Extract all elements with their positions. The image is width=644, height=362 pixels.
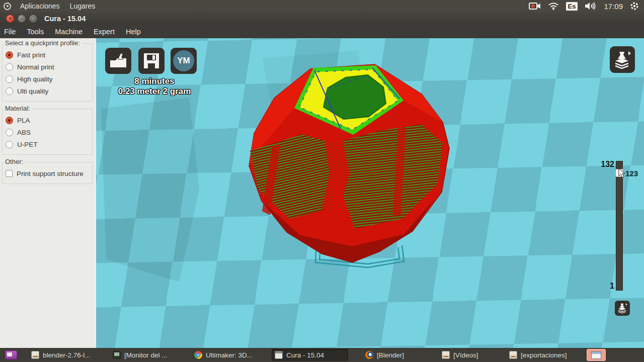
material-group: Material: PLA ABS U-PET [2,109,93,155]
radio-label: ABS [17,129,31,136]
taskbar-item-label: blender-2.76-l... [43,351,91,359]
desktop-top-panel: Aplicaciones Lugares Es 17:09 [0,0,644,12]
window-titlebar[interactable]: ✕ – ▢ Cura - 15.04 [0,12,644,25]
radio-upet[interactable]: U-PET [5,138,91,150]
session-gear-icon[interactable] [630,2,639,11]
taskbar-item-ultimaker-browser[interactable]: Ultimaker: 3D... [191,349,266,361]
panel-menu-lugares[interactable]: Lugares [65,0,101,12]
menu-machine[interactable]: Machine [49,25,88,38]
layer-slider-current-value: 123 [625,169,638,177]
workspace-switcher-icon[interactable] [5,350,17,359]
radio-high-quality[interactable]: High quality [5,73,91,85]
checkbox-print-support[interactable]: Print support structure [5,167,91,179]
radio-selected-icon [6,51,13,59]
layer-view-icon [613,50,632,70]
panel-menu-aplicaciones[interactable]: Aplicaciones [15,0,65,12]
radio-label: High quality [17,75,53,83]
window-minimize-button[interactable]: – [18,15,26,23]
blender-icon [365,351,373,359]
radio-label: PLA [17,117,30,124]
other-group: Other: Print support structure [2,162,93,184]
system-tray: Es 17:09 [529,2,644,11]
layers-toggle-button[interactable] [615,301,630,316]
taskbar-item-attention[interactable] [587,349,606,361]
volume-icon[interactable] [585,2,597,10]
radio-icon [6,87,13,95]
view-mode-button[interactable] [610,46,635,73]
window-close-button[interactable]: ✕ [6,15,14,23]
menu-file[interactable]: File [0,25,21,38]
radio-normal-print[interactable]: Normal print [5,61,91,73]
radio-fast-print[interactable]: Fast print [5,49,91,61]
radio-label: Fast print [17,51,45,59]
taskbar-item-cura[interactable]: Cura - 15.04 [272,349,348,361]
menu-expert[interactable]: Expert [88,25,120,38]
layer-slider-track[interactable] [616,161,623,291]
taskbar-item-exportaciones[interactable]: [exportaciones] [506,349,581,361]
radio-pla[interactable]: PLA [5,114,91,126]
checkbox-icon [6,170,13,177]
menu-tools[interactable]: Tools [21,25,49,38]
window-maximize-button[interactable]: ▢ [29,15,37,23]
screen-record-icon[interactable] [529,2,541,10]
radio-icon [6,129,13,136]
taskbar-item-blender[interactable]: [Blender] [362,349,424,361]
radio-label: U-PET [17,141,38,148]
layer-view-small-icon [617,302,628,314]
print-stats: 8 minutes 0.23 meter 2 gram [99,76,210,97]
taskbar-item-videos[interactable]: [Vídeos] [439,349,491,361]
taskbar-item-label: [Vídeos] [453,351,478,359]
load-model-icon [109,52,127,69]
taskbar-item-blender-file[interactable]: blender-2.76-l... [28,349,104,361]
chrome-icon [194,351,202,359]
radio-icon [6,141,13,148]
radio-icon [6,63,13,71]
taskbar-item-label: Cura - 15.04 [286,351,324,359]
print-material-usage: 0.23 meter 2 gram [99,86,210,97]
cura-window-icon [275,351,283,359]
window-title: Cura - 15.04 [44,15,86,23]
taskbar-item-label: Ultimaker: 3D... [206,351,253,359]
radio-ulti-quality[interactable]: Ulti quality [5,85,91,97]
keyboard-layout-indicator[interactable]: Es [566,2,578,11]
layer-slider-max-label: 132 [597,160,614,169]
other-group-label: Other: [4,158,25,165]
window-icon [591,351,601,359]
checkbox-label: Print support structure [17,170,84,177]
load-model-button[interactable] [105,48,131,74]
3d-viewport[interactable]: YM 8 minutes 0.23 meter 2 gram 132 123 1 [96,38,644,348]
plate-shadow [101,98,199,282]
window-list-taskbar: blender-2.76-l... [Monitor del ... Ultim… [0,348,644,362]
save-toolpath-button[interactable] [138,48,165,74]
distro-logo-icon [4,3,11,10]
taskbar-item-system-monitor[interactable]: [Monitor del ... [110,349,185,361]
save-floppy-icon [143,52,160,69]
package-icon [31,351,39,359]
taskbar-item-label: [exportaciones] [521,351,567,359]
settings-sidebar: Select a quickprint profile: Fast print … [0,38,96,348]
mouse-cursor [618,168,626,178]
layer-slider-min-label: 1 [600,282,614,291]
quickprint-group: Select a quickprint profile: Fast print … [2,43,93,102]
radio-label: Normal print [17,63,54,71]
wifi-icon[interactable] [548,2,559,10]
radio-selected-icon [6,117,13,124]
material-group-label: Material: [4,105,32,112]
system-monitor-icon [113,351,121,359]
radio-label: Ulti quality [17,87,48,95]
share-youmagine-button[interactable]: YM [171,48,197,74]
radio-abs[interactable]: ABS [5,126,91,138]
radio-icon [6,75,13,83]
menu-help[interactable]: Help [120,25,146,38]
file-manager-icon [509,351,517,359]
print-time: 8 minutes [99,76,210,86]
file-manager-icon [442,351,450,359]
youmagine-logo: YM [173,50,194,71]
taskbar-item-label: [Monitor del ... [124,351,168,359]
taskbar-item-label: [Blender] [377,351,404,359]
app-menubar: File Tools Machine Expert Help [0,25,644,38]
clock[interactable]: 17:09 [604,2,623,11]
quickprint-group-label: Select a quickprint profile: [4,39,82,47]
